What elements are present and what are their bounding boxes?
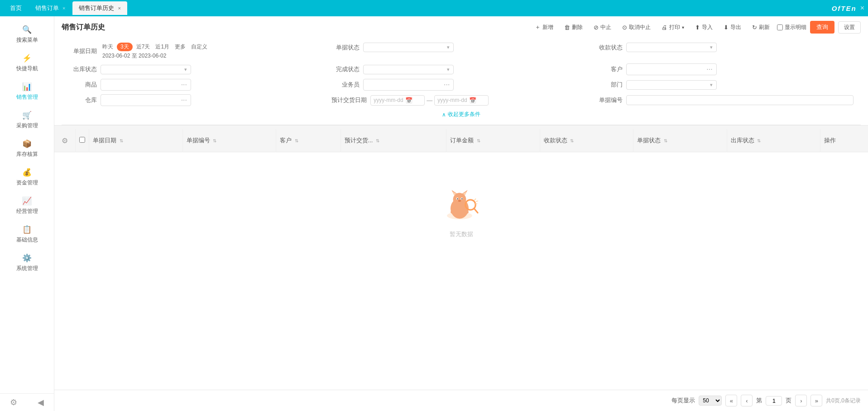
current-page-input[interactable]: 1 xyxy=(766,396,782,406)
tab-sales-order-history[interactable]: 销售订单历史 × xyxy=(72,1,127,15)
filter-cell-receipt-status: 收款状态 ▾ xyxy=(595,43,854,52)
date-7days[interactable]: 近7天 xyxy=(134,43,152,51)
col-order-status-sort[interactable]: ⇅ xyxy=(664,138,667,143)
tab-sales-order-close[interactable]: × xyxy=(62,5,65,11)
sidebar-item-purchase-mgmt[interactable]: 🛒 采购管理 xyxy=(0,106,54,134)
product-select[interactable]: ··· xyxy=(101,79,191,91)
select-all-checkbox[interactable] xyxy=(79,137,85,143)
warehouse-dots[interactable]: ··· xyxy=(181,96,187,104)
filter-cell-order-no: 单据编号 xyxy=(595,95,854,105)
brand-text: OfTEn xyxy=(832,5,857,12)
cal-to-icon: 📅 xyxy=(469,97,476,104)
filter-area: 单据日期 昨天 3天 近7天 近1月 更多 自定义 2023-06-02 至 2… xyxy=(62,38,861,125)
col-order-no-label: 单据编号 xyxy=(187,137,210,144)
filter-row-3: 商品 ··· 业务员 ··· 部门 xyxy=(69,79,854,91)
salesperson-dots[interactable]: ··· xyxy=(444,81,450,89)
window-close-button[interactable]: × xyxy=(860,4,864,12)
tab-sales-order-history-close[interactable]: × xyxy=(118,5,120,11)
show-detail-checkbox[interactable] xyxy=(777,24,783,30)
col-order-status: 单据状态 ⇅ xyxy=(633,129,727,152)
order-status-select[interactable]: ▾ xyxy=(363,43,454,52)
customer-select[interactable]: ··· xyxy=(626,63,717,75)
import-button[interactable]: ⬆ 导入 xyxy=(691,22,716,33)
cancel-stop-button[interactable]: ⊙ 取消中止 xyxy=(619,22,654,33)
expected-date-pair: yyyy-mm-dd 📅 — yyyy-mm-dd 📅 xyxy=(370,95,489,106)
receipt-status-label: 收款状态 xyxy=(595,44,626,52)
date-custom[interactable]: 自定义 xyxy=(189,43,209,51)
sidebar-item-basic-info[interactable]: 📋 基础信息 xyxy=(0,220,54,248)
delete-button[interactable]: 🗑 删除 xyxy=(561,22,586,33)
search-menu-icon: 🔍 xyxy=(22,24,32,34)
filter-row-2: 出库状态 ▾ 完成状态 ▾ 客户 xyxy=(69,63,854,75)
col-date-sort[interactable]: ⇅ xyxy=(120,138,123,143)
date-more[interactable]: 更多 xyxy=(173,43,187,51)
date-1month[interactable]: 近1月 xyxy=(153,43,171,51)
col-ship-status-sort[interactable]: ⇅ xyxy=(757,138,761,143)
sidebar-item-sales-mgmt-label: 销售管理 xyxy=(16,93,38,101)
main-layout: 🔍 搜索菜单 ⚡ 快捷导航 📊 销售管理 🛒 采购管理 📦 库存核算 💰 资金管… xyxy=(0,16,868,411)
customer-dots[interactable]: ··· xyxy=(706,65,712,73)
tab-home[interactable]: 首页 xyxy=(4,1,28,15)
sidebar-item-sales-mgmt[interactable]: 📊 销售管理 xyxy=(0,77,54,106)
svg-point-10 xyxy=(461,198,462,199)
import-icon: ⬆ xyxy=(695,24,700,31)
prev-page-button[interactable]: ‹ xyxy=(741,395,753,406)
ship-status-select[interactable]: ▾ xyxy=(101,65,191,74)
new-label: 新增 xyxy=(542,24,553,31)
complete-status-select[interactable]: ▾ xyxy=(363,65,454,74)
sidebar-item-sys-mgmt[interactable]: ⚙️ 系统管理 xyxy=(0,248,54,277)
page-size-label: 每页显示 xyxy=(671,396,695,405)
filter-row-1: 单据日期 昨天 3天 近7天 近1月 更多 自定义 2023-06-02 至 2… xyxy=(69,43,854,60)
content-area: 销售订单历史 ＋ 新增 🗑 删除 ⊘ 中止 ⊙ xyxy=(54,16,868,411)
col-receipt-status-sort[interactable]: ⇅ xyxy=(570,138,574,143)
sidebar-settings-icon[interactable]: ⚙ xyxy=(10,397,17,407)
svg-point-15 xyxy=(463,210,469,214)
product-dots[interactable]: ··· xyxy=(181,81,187,89)
sidebar-item-basic-info-label: 基础信息 xyxy=(16,236,38,244)
col-customer-sort[interactable]: ⇅ xyxy=(295,138,298,143)
expected-date-to[interactable]: yyyy-mm-dd 📅 xyxy=(434,95,489,106)
print-label: 打印 xyxy=(669,24,680,31)
new-button[interactable]: ＋ 新增 xyxy=(531,21,557,33)
query-button[interactable]: 查询 xyxy=(810,21,834,34)
refresh-label: 刷新 xyxy=(759,24,770,31)
col-expected-date-sort[interactable]: ⇅ xyxy=(376,138,379,143)
export-label: 导出 xyxy=(730,24,741,31)
col-order-no-sort[interactable]: ⇅ xyxy=(213,138,216,143)
sidebar-item-finance-mgmt[interactable]: 💰 资金管理 xyxy=(0,163,54,191)
stop-button[interactable]: ⊘ 中止 xyxy=(590,22,615,33)
first-page-button[interactable]: « xyxy=(725,395,737,406)
col-amount-sort[interactable]: ⇅ xyxy=(477,138,480,143)
sidebar-item-search-menu[interactable]: 🔍 搜索菜单 xyxy=(0,20,54,48)
collapse-button[interactable]: ∧ 收起更多条件 xyxy=(69,109,854,120)
print-button[interactable]: 🖨 打印 ▾ xyxy=(658,22,688,33)
empty-state-cell: 暂无数据 xyxy=(54,152,868,257)
sidebar-item-ops-mgmt[interactable]: 📈 经营管理 xyxy=(0,191,54,220)
show-detail-checkbox-wrapper[interactable]: 显示明细 xyxy=(777,24,806,31)
sidebar-toggle-icon[interactable]: ◀ xyxy=(38,397,44,407)
ship-status-label: 出库状态 xyxy=(69,65,101,73)
tab-sales-order[interactable]: 销售订单 × xyxy=(29,1,72,15)
refresh-button[interactable]: ↻ 刷新 xyxy=(748,22,773,33)
salesperson-select[interactable]: ··· xyxy=(363,79,454,91)
settings-button[interactable]: 设置 xyxy=(838,21,861,34)
sidebar-item-sys-mgmt-label: 系统管理 xyxy=(16,265,38,272)
date-3days[interactable]: 3天 xyxy=(117,43,133,51)
table-settings-button[interactable]: ⚙ xyxy=(58,134,72,147)
department-select[interactable]: ▾ xyxy=(626,80,717,90)
receipt-status-select[interactable]: ▾ xyxy=(626,43,717,52)
date-yesterday[interactable]: 昨天 xyxy=(101,43,115,51)
empty-illustration xyxy=(439,189,484,225)
page-size-select[interactable]: 50 20 100 xyxy=(699,396,722,406)
next-page-button[interactable]: › xyxy=(795,395,807,406)
export-button[interactable]: ⬇ 导出 xyxy=(720,22,745,33)
expected-date-label: 预计交货日期 xyxy=(331,96,370,104)
page-title-row: 销售订单历史 ＋ 新增 🗑 删除 ⊘ 中止 ⊙ xyxy=(62,21,861,34)
import-label: 导入 xyxy=(702,24,713,31)
expected-date-from[interactable]: yyyy-mm-dd 📅 xyxy=(370,95,425,106)
sidebar-item-inventory-calc[interactable]: 📦 库存核算 xyxy=(0,134,54,163)
last-page-button[interactable]: » xyxy=(810,395,822,406)
order-no-input[interactable] xyxy=(626,95,854,105)
sidebar-item-quick-nav[interactable]: ⚡ 快捷导航 xyxy=(0,48,54,77)
warehouse-select[interactable]: ··· xyxy=(101,94,191,106)
